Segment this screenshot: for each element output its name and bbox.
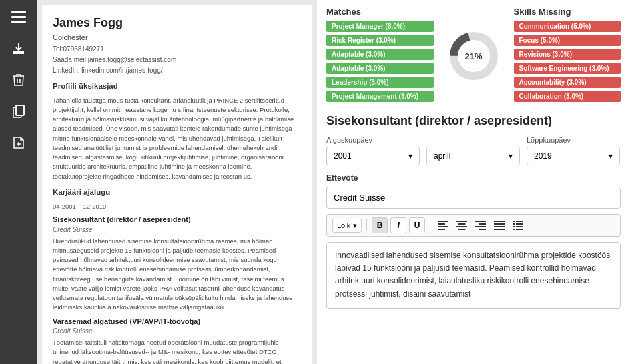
cv-phone: Tel:07968149271 (53, 45, 301, 54)
svg-rect-15 (458, 229, 466, 230)
end-date-group: Lõppkuupäev 2019 ▾ (527, 136, 620, 165)
start-month-value: aprill (434, 151, 450, 161)
job-1-subcompany: Credit Suisse (53, 327, 301, 336)
formatting-bar: Lõik ▾ B I U (326, 214, 621, 237)
align-left-button[interactable] (435, 217, 451, 233)
missing-badge-label-5: Collaboration (3.0%) (514, 91, 621, 102)
svg-rect-31 (516, 229, 523, 230)
italic-button[interactable]: I (390, 217, 406, 233)
end-year-select[interactable]: 2019 ▾ (527, 147, 620, 165)
align-right-button[interactable] (472, 217, 489, 233)
ettevote-label: Ettevõte (326, 173, 621, 183)
cv-linkedin: LinkedIn: linkedin.com/in/james-fogg/ (53, 66, 301, 75)
align-justify-button[interactable] (491, 217, 507, 233)
copy-icon[interactable] (5, 101, 32, 122)
missing-badge-5: Collaboration (3.0%) (514, 91, 621, 105)
job-1-company: Credit Suisse (53, 225, 301, 235)
align-center-button[interactable] (454, 217, 470, 233)
donut-chart: 21% (447, 29, 501, 83)
missing-badge-label-2: Revisions (3.0%) (514, 49, 621, 60)
end-date-label: Lõppkuupäev (527, 136, 620, 144)
svg-rect-9 (438, 223, 445, 225)
svg-rect-8 (438, 221, 448, 222)
paragraph-select[interactable]: Lõik ▾ (332, 219, 362, 233)
svg-rect-27 (516, 223, 523, 225)
match-badge-0: Project Manager (8.0%) (326, 21, 434, 35)
bold-icon: B (377, 221, 383, 230)
donut-percentage: 21% (464, 51, 482, 61)
end-year-chevron-icon: ▾ (609, 151, 613, 161)
skills-missing-column: Skills Missing Communication (5.0%) Focu… (507, 7, 621, 105)
svg-rect-21 (494, 223, 505, 225)
svg-rect-20 (494, 221, 505, 222)
start-year-value: 2001 (334, 151, 352, 161)
missing-badge-0: Communication (5.0%) (514, 21, 621, 35)
svg-rect-22 (494, 226, 505, 227)
profile-text: Tahan olla tausttga mous tusta konsultan… (53, 96, 301, 181)
matches-column: Matches Project Manager (8.0%) Risk Regi… (326, 7, 440, 105)
svg-rect-10 (438, 226, 448, 227)
job-content-area[interactable]: Innovaatilised lahendused sisemise konsu… (326, 242, 621, 309)
job-detail-title: Sisekonsultant (direktor / asepresident) (326, 114, 621, 128)
start-year-chevron-icon: ▾ (408, 151, 412, 161)
svg-rect-18 (475, 226, 486, 227)
skills-top-row: Matches Project Manager (8.0%) Risk Regi… (326, 7, 621, 105)
svg-rect-19 (479, 229, 486, 230)
paragraph-chevron-icon: ▾ (353, 221, 357, 230)
job-1-subtext: Töötamisel taltsituli haltsitornaga neet… (53, 338, 301, 364)
end-year-value: 2019 (534, 151, 552, 161)
donut-column: 21% (440, 7, 507, 105)
menu-icon[interactable] (5, 7, 32, 28)
svg-rect-24 (513, 221, 515, 222)
match-badge-label-4: Leadership (3.0%) (326, 77, 434, 88)
start-date-label: Alguskuupäev (326, 136, 420, 144)
start-month-chevron-icon: ▾ (509, 151, 513, 161)
download-icon[interactable] (5, 38, 32, 59)
date-row: Alguskuupäev 2001 ▾ x aprill ▾ Lõppkuupä… (326, 136, 621, 165)
match-badge-label-3: Adaptable (3.0%) (326, 63, 434, 74)
svg-rect-17 (479, 223, 486, 225)
right-panel: Matches Project Manager (8.0%) Risk Regi… (317, 0, 630, 364)
svg-rect-29 (516, 226, 523, 227)
left-toolbar (0, 0, 37, 364)
svg-rect-12 (456, 221, 467, 222)
svg-rect-25 (516, 221, 523, 222)
missing-badge-2: Revisions (3.0%) (514, 49, 621, 63)
missing-badge-label-4: Accountability (3.0%) (514, 77, 621, 88)
match-badge-5: Project Management (3.0%) (326, 91, 434, 105)
cv-email: Saada meil:james.fogg@selectassist.com (53, 55, 301, 65)
cv-name: James Fogg (53, 15, 301, 31)
underline-button[interactable]: U (409, 217, 425, 233)
match-badge-label-2: Adaptable (3.0%) (326, 49, 434, 60)
start-year-select[interactable]: 2001 ▾ (326, 147, 420, 165)
missing-badge-label-3: Software Engineering (3.0%) (514, 63, 621, 74)
start-date-group: Alguskuupäev 2001 ▾ (326, 136, 420, 165)
bold-button[interactable]: B (372, 217, 388, 233)
start-month-group: x aprill ▾ (426, 136, 520, 165)
job-1-text: Uuenduslikud lahendused sisemise konsult… (53, 237, 301, 313)
format-divider-1 (366, 219, 367, 231)
add-document-icon[interactable] (5, 132, 32, 153)
missing-badge-4: Accountability (3.0%) (514, 77, 621, 91)
svg-rect-14 (456, 226, 467, 227)
match-badge-4: Leadership (3.0%) (326, 77, 434, 91)
svg-rect-2 (11, 21, 26, 23)
match-badge-3: Adaptable (3.0%) (326, 63, 434, 77)
match-badge-label-5: Project Management (3.0%) (326, 91, 434, 102)
missing-badge-label-1: Focus (5.0%) (514, 35, 621, 46)
job-entry-1: 04-2001 – 12-2019 Sisekonsultant (direkt… (53, 202, 301, 364)
company-input[interactable] (326, 187, 621, 209)
career-section-title: Karjääri ajalugu (53, 187, 301, 199)
delete-icon[interactable] (5, 69, 32, 91)
svg-rect-0 (11, 11, 26, 13)
match-badge-1: Risk Register (3.0%) (326, 35, 434, 49)
svg-rect-4 (16, 105, 24, 115)
svg-rect-11 (438, 229, 445, 230)
match-badge-label-0: Project Manager (8.0%) (326, 21, 434, 32)
list-button[interactable] (510, 217, 526, 233)
svg-rect-16 (475, 221, 486, 222)
job-1-title: Sisekonsultant (direktor / asepresident) (53, 215, 301, 225)
svg-rect-28 (513, 226, 515, 227)
missing-badge-3: Software Engineering (3.0%) (514, 63, 621, 77)
start-month-select[interactable]: aprill ▾ (426, 147, 520, 165)
